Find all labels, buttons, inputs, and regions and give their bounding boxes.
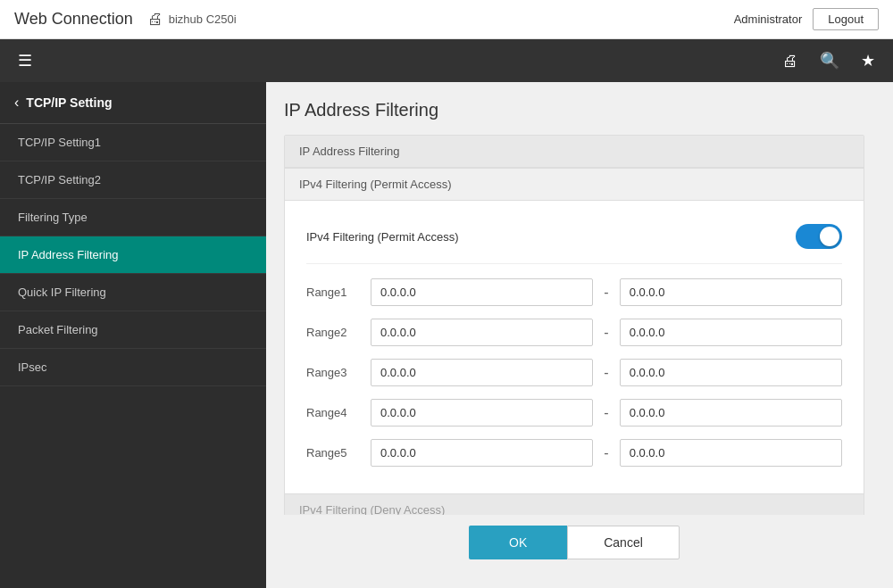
range3-separator: -	[604, 365, 608, 381]
range2-to-input[interactable]	[620, 319, 842, 346]
device-info: 🖨 bizhub C250i	[147, 10, 237, 29]
range3-label: Range3	[306, 366, 360, 379]
permit-section: IPv4 Filtering (Permit Access) IPv4 Filt…	[285, 168, 864, 493]
sidebar-back[interactable]: ‹ TCP/IP Setting	[0, 82, 266, 124]
sidebar-item-tcpip2[interactable]: TCP/IP Setting2	[0, 161, 266, 199]
range1-row: Range1 -	[306, 278, 842, 306]
printer-icon: 🖨	[147, 10, 163, 29]
range3-to-input[interactable]	[620, 359, 842, 386]
admin-label: Administrator	[734, 12, 803, 26]
sidebar-item-tcpip1[interactable]: TCP/IP Setting1	[0, 124, 266, 161]
range1-from-input[interactable]	[371, 278, 593, 306]
app-logo: Web Connection	[14, 10, 133, 29]
main-layout: ‹ TCP/IP Setting TCP/IP Setting1 TCP/IP …	[0, 82, 893, 588]
printer-button[interactable]: 🖨	[775, 46, 805, 76]
range5-from-input[interactable]	[371, 439, 593, 467]
sidebar-item-packet-filtering[interactable]: Packet Filtering	[0, 311, 266, 349]
header-left: Web Connection 🖨 bizhub C250i	[14, 10, 237, 29]
content-area: IP Address Filtering IP Address Filterin…	[266, 82, 893, 588]
main-card: IP Address Filtering IPv4 Filtering (Per…	[284, 135, 864, 570]
back-arrow-icon: ‹	[14, 95, 19, 111]
ok-button[interactable]: OK	[469, 526, 567, 559]
range5-separator: -	[604, 445, 608, 461]
permit-toggle-label: IPv4 Filtering (Permit Access)	[306, 230, 459, 244]
header: Web Connection 🖨 bizhub C250i Administra…	[0, 0, 893, 39]
range4-separator: -	[604, 405, 608, 421]
permit-content: IPv4 Filtering (Permit Access) Range1 -	[285, 201, 864, 493]
range4-to-input[interactable]	[620, 399, 842, 427]
sidebar-item-filtering-type[interactable]: Filtering Type	[0, 199, 266, 236]
permit-toggle[interactable]	[796, 224, 842, 249]
range5-to-input[interactable]	[620, 439, 842, 467]
permit-toggle-knob	[820, 227, 839, 246]
range3-from-input[interactable]	[371, 359, 593, 386]
sidebar-item-ip-filtering[interactable]: IP Address Filtering	[0, 236, 266, 274]
cancel-button[interactable]: Cancel	[567, 526, 680, 559]
range4-label: Range4	[306, 406, 360, 419]
permit-section-header: IPv4 Filtering (Permit Access)	[285, 168, 864, 201]
header-right: Administrator Logout	[734, 8, 879, 30]
page-title: IP Address Filtering	[284, 100, 864, 120]
card-header: IP Address Filtering	[285, 136, 864, 168]
device-name: bizhub C250i	[169, 12, 237, 26]
favorites-button[interactable]: ★	[854, 46, 882, 76]
sidebar-back-title: TCP/IP Setting	[26, 95, 112, 110]
sidebar-item-ipsec[interactable]: IPsec	[0, 349, 266, 386]
range2-label: Range2	[306, 326, 360, 339]
range2-from-input[interactable]	[371, 319, 593, 346]
range1-label: Range1	[306, 286, 360, 299]
toolbar-right: 🖨 🔍 ★	[775, 46, 882, 76]
range5-label: Range5	[306, 446, 360, 460]
range5-row: Range5 -	[306, 439, 842, 467]
range2-separator: -	[604, 325, 608, 341]
range1-to-input[interactable]	[620, 278, 842, 306]
range3-row: Range3 -	[306, 359, 842, 386]
content-scroll: IP Address Filtering IP Address Filterin…	[284, 100, 875, 570]
menu-button[interactable]: ☰	[11, 46, 39, 76]
sidebar: ‹ TCP/IP Setting TCP/IP Setting1 TCP/IP …	[0, 82, 266, 588]
range1-separator: -	[604, 285, 608, 301]
bottom-bar: OK Cancel	[284, 515, 864, 570]
range4-from-input[interactable]	[371, 399, 593, 427]
range2-row: Range2 -	[306, 319, 842, 346]
range4-row: Range4 -	[306, 399, 842, 427]
permit-toggle-row: IPv4 Filtering (Permit Access)	[306, 215, 842, 264]
toolbar-left: ☰	[11, 46, 39, 76]
logout-button[interactable]: Logout	[813, 8, 879, 30]
sidebar-item-quick-ip[interactable]: Quick IP Filtering	[0, 274, 266, 311]
search-button[interactable]: 🔍	[813, 46, 847, 76]
toolbar: ☰ 🖨 🔍 ★	[0, 39, 893, 82]
